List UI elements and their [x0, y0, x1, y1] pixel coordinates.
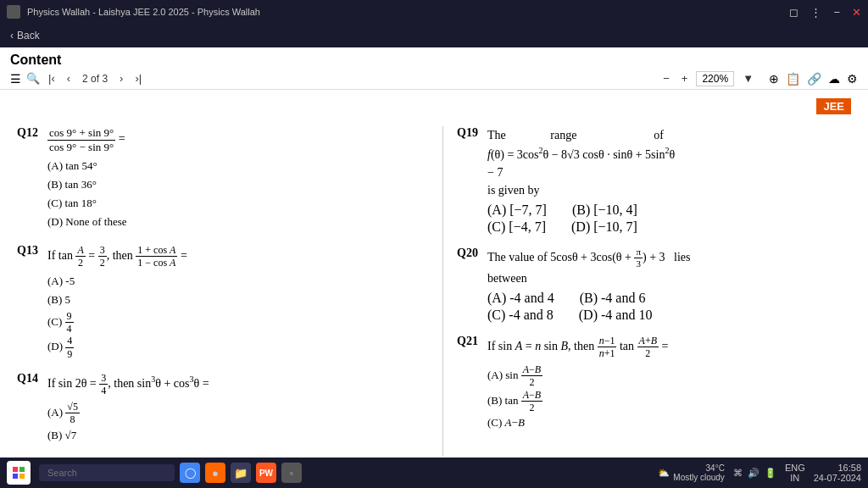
q12-options: (A) tan 54° (B) tan 36° (C) tan 18° (D) … — [17, 157, 426, 231]
content-title: Content — [10, 53, 61, 67]
q20-text: The value of 5cosθ + 3cos(θ + π3) + 3 li… — [487, 247, 691, 287]
q19-number: Q19 — [457, 126, 482, 140]
nav-next-btn[interactable]: › — [116, 70, 126, 86]
toolbar-link-icon[interactable]: 🔗 — [807, 72, 821, 86]
q20-option-c: (C) -4 and 8 — [487, 308, 554, 323]
q14-text: If sin 2θ = 34, then sin3θ + cos3θ = — [47, 372, 209, 397]
taskbar-search-input[interactable] — [39, 464, 175, 481]
toolbar-add-icon[interactable]: ⊕ — [769, 72, 779, 86]
taskbar-chrome-icon[interactable]: ◯ — [180, 463, 200, 483]
jee-badge: JEE — [816, 98, 851, 114]
weather-desc: Mostly cloudy — [673, 473, 725, 482]
question-q13: Q13 If tan A2 = 32, then 1 + cos A1 − co… — [17, 244, 426, 361]
q19-text: The range of f(θ) = 3cos2θ − 8√3 cosθ · … — [487, 126, 675, 199]
back-label: Back — [17, 30, 40, 42]
q21-option-b: (B) tan A−B2 — [487, 389, 851, 414]
close-icon[interactable]: ✕ — [852, 6, 861, 19]
svg-rect-1 — [19, 467, 25, 472]
nav-last-btn[interactable]: ›| — [131, 70, 145, 86]
q20-option-d: (D) -4 and 10 — [579, 308, 653, 323]
right-column: Q19 The range of f(θ) = 3cos2θ − 8√3 cos… — [442, 126, 851, 457]
left-column: Q12 cos 9° + sin 9° cos 9° − sin 9° = (A… — [17, 126, 426, 457]
region-text: IN — [790, 473, 799, 483]
back-button[interactable]: ‹ Back — [10, 30, 40, 42]
start-button[interactable] — [7, 461, 31, 485]
q14-number: Q14 — [17, 372, 42, 385]
svg-rect-2 — [13, 474, 18, 479]
language-indicator: ENG IN — [785, 463, 805, 483]
menu-toolbar-icon[interactable]: ☰ — [10, 72, 21, 86]
questions-grid: Q12 cos 9° + sin 9° cos 9° − sin 9° = (A… — [17, 126, 851, 457]
question-q20: Q20 The value of 5cosθ + 3cos(θ + π3) + … — [457, 247, 851, 323]
q20-option-a: (A) -4 and 4 — [487, 291, 554, 306]
q13-number: Q13 — [17, 244, 42, 258]
q13-option-c: (C) 94 — [47, 310, 426, 336]
question-q19: Q19 The range of f(θ) = 3cos2θ − 8√3 cos… — [457, 126, 851, 235]
q13-text: If tan A2 = 32, then 1 + cos A1 − cos A … — [47, 244, 187, 269]
lang-text: ENG — [785, 463, 805, 473]
taskbar-firefox-icon[interactable]: ● — [205, 463, 225, 483]
zoom-dropdown-icon[interactable]: ▼ — [739, 70, 757, 86]
question-q14: Q14 If sin 2θ = 34, then sin3θ + cos3θ =… — [17, 372, 426, 445]
toolbar-copy-icon[interactable]: 📋 — [786, 72, 800, 86]
nav-first-btn[interactable]: |‹ — [45, 70, 58, 86]
q12-number: Q12 — [17, 126, 42, 140]
q12-text: cos 9° + sin 9° cos 9° − sin 9° = — [47, 126, 125, 153]
q21-option-c: (C) A−B — [487, 413, 851, 432]
toolbar-settings-icon[interactable]: ⚙ — [847, 72, 858, 86]
q19-option-d: (D) [−10, 7] — [571, 219, 637, 235]
weather-widget: ⛅ 34°C Mostly cloudy — [658, 463, 725, 482]
q20-number: Q20 — [457, 247, 482, 260]
current-time: 16:58 — [814, 463, 861, 473]
question-q21: Q21 If sin A = n sin B, then n−1n+1 tan … — [457, 335, 851, 432]
content-header: Content — [0, 47, 868, 68]
q14-option-b: (B) √7 — [47, 426, 426, 445]
q20-options: (A) -4 and 4 (B) -4 and 6 (C) -4 and 8 (… — [457, 291, 851, 323]
volume-icon: 🔊 — [748, 468, 760, 479]
nav-bar: ‹ Back — [0, 24, 868, 47]
q12-option-a: (A) tan 54° — [47, 157, 426, 175]
sys-tray: ⌘ 🔊 🔋 — [733, 468, 776, 479]
weather-temp: 34°C — [706, 463, 725, 473]
svg-rect-0 — [13, 467, 18, 472]
app-icon — [7, 5, 20, 19]
q21-text: If sin A = n sin B, then n−1n+1 tan A+B2… — [487, 335, 668, 360]
q12-option-c: (C) tan 18° — [47, 194, 426, 213]
q13-option-b: (B) 5 — [47, 291, 426, 309]
restore-icon[interactable]: ◻ — [789, 6, 798, 19]
minimize-icon[interactable]: − — [833, 6, 840, 19]
taskbar: ◯ ● 📁 PW ◦ ⛅ 34°C Mostly cloudy ⌘ 🔊 🔋 EN… — [0, 458, 868, 488]
q13-option-d: (D) 49 — [47, 335, 426, 360]
zoom-minus-btn[interactable]: − — [659, 70, 673, 86]
q13-option-a: (A) -5 — [47, 272, 426, 291]
current-date: 24-07-2024 — [814, 473, 861, 483]
q19-option-b: (B) [−10, 4] — [572, 202, 637, 218]
q12-option-d: (D) None of these — [47, 213, 426, 231]
taskbar-pw-icon[interactable]: PW — [256, 463, 276, 483]
network-icon: ⌘ — [733, 468, 743, 479]
taskbar-files-icon[interactable]: 📁 — [231, 463, 251, 483]
toolbar-cloud-icon[interactable]: ☁ — [828, 72, 840, 86]
q19-option-c: (C) [−4, 7] — [487, 219, 546, 235]
menu-icon[interactable]: ⋮ — [810, 6, 821, 19]
taskbar-extra-icon[interactable]: ◦ — [281, 463, 302, 483]
q19-option-a: (A) [−7, 7] — [487, 202, 547, 218]
q13-options: (A) -5 (B) 5 (C) 94 (D) 49 — [17, 272, 426, 360]
nav-prev-btn[interactable]: ‹ — [64, 70, 74, 86]
page-indicator: 2 of 3 — [82, 73, 108, 85]
taskbar-right: ⛅ 34°C Mostly cloudy ⌘ 🔊 🔋 ENG IN 16:58 … — [658, 463, 861, 483]
svg-rect-3 — [19, 474, 25, 479]
zoom-plus-btn[interactable]: + — [678, 70, 692, 86]
q21-options: (A) sin A−B2 (B) tan A−B2 (C) A−B — [457, 363, 851, 433]
search-toolbar-icon[interactable]: 🔍 — [26, 72, 40, 85]
zoom-value[interactable]: 220% — [696, 71, 734, 86]
q14-option-a: (A) √58 — [47, 401, 426, 426]
battery-icon: 🔋 — [765, 468, 776, 479]
title-bar: Physics Wallah - Laishya JEE 2.0 2025 - … — [0, 0, 868, 24]
back-arrow-icon: ‹ — [10, 30, 14, 42]
time-block: 16:58 24-07-2024 — [814, 463, 861, 483]
toolbar: ☰ 🔍 |‹ ‹ 2 of 3 › ›| − + 220% ▼ ⊕ 📋 🔗 ☁ … — [0, 68, 868, 90]
q14-options: (A) √58 (B) √7 — [17, 401, 426, 445]
q21-number: Q21 — [457, 335, 482, 348]
q19-options: (A) [−7, 7] (B) [−10, 4] (C) [−4, 7] (D)… — [457, 202, 851, 235]
